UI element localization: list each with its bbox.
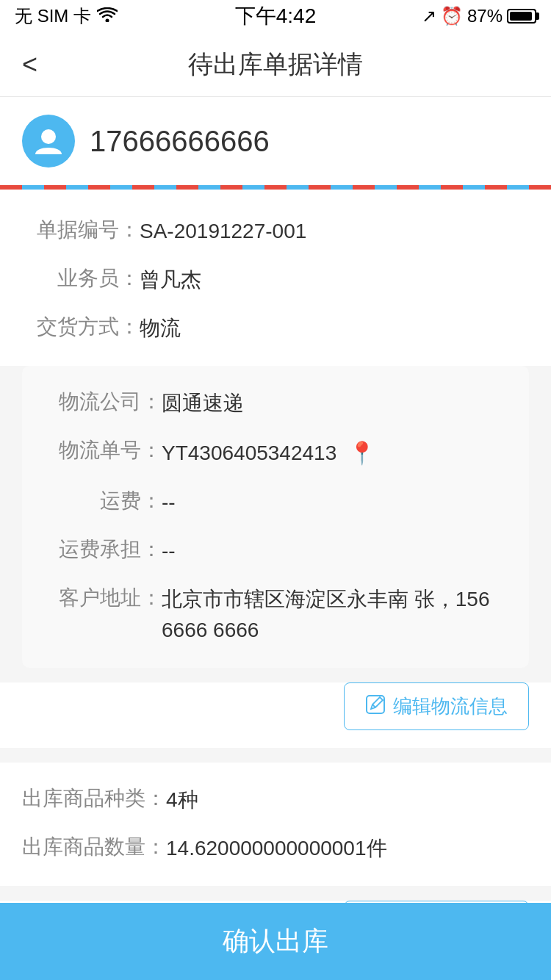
freight-bearer-row: 运费承担： --: [44, 536, 507, 566]
back-button[interactable]: <: [22, 42, 45, 87]
carrier-text: 无 SIM 卡: [15, 4, 91, 28]
customer-header: 17666666666: [0, 97, 551, 185]
sales-person-value: 曾凡杰: [140, 264, 529, 295]
confirm-btn-text: 确认出库: [223, 926, 328, 956]
avatar: [22, 115, 75, 167]
status-bar: 无 SIM 卡 下午4:42 ↗ ⏰ 87%: [0, 0, 551, 32]
status-right: ↗ ⏰ 87%: [422, 6, 536, 26]
order-number-row: 单据编号： SA-20191227-001: [22, 216, 529, 247]
order-number-label: 单据编号：: [22, 216, 140, 244]
customer-phone: 17666666666: [90, 125, 270, 158]
wifi-icon: [97, 6, 118, 26]
confirm-btn-container[interactable]: 确认出库: [0, 903, 551, 980]
product-type-label: 出库商品种类：: [22, 785, 166, 813]
page-title: 待出库单据详情: [188, 48, 363, 82]
address-label: 客户地址：: [44, 584, 162, 612]
delivery-method-label: 交货方式：: [22, 313, 140, 341]
delivery-method-value: 物流: [140, 313, 529, 344]
svg-point-1: [41, 129, 56, 144]
battery-icon: [507, 9, 536, 24]
freight-label: 运费：: [44, 487, 162, 515]
status-time: 下午4:42: [235, 2, 317, 30]
battery-percent: 87%: [467, 6, 503, 26]
tracking-location-icon[interactable]: 📍: [348, 436, 375, 469]
edit-icon: [365, 694, 386, 719]
svg-point-0: [106, 19, 109, 23]
sales-person-label: 业务员：: [22, 264, 140, 292]
logistics-company-row: 物流公司： 圆通速递: [44, 388, 507, 419]
delivery-method-row: 交货方式： 物流: [22, 313, 529, 344]
product-section: 出库商品种类： 4种 出库商品数量： 14.620000000000001件: [0, 763, 551, 886]
sales-person-row: 业务员： 曾凡杰: [22, 264, 529, 295]
product-quantity-label: 出库商品数量：: [22, 833, 166, 861]
tracking-number-label: 物流单号：: [44, 436, 162, 464]
nav-bar: < 待出库单据详情: [0, 32, 551, 97]
tracking-number-value: YT43064053424​13 📍: [162, 436, 507, 469]
freight-value: --: [162, 487, 507, 518]
edit-btn-row: 编辑物流信息: [0, 682, 551, 748]
status-left: 无 SIM 卡: [15, 4, 118, 28]
product-type-row: 出库商品种类： 4种: [22, 785, 529, 815]
product-quantity-row: 出库商品数量： 14.620000000000001件: [22, 833, 529, 864]
product-quantity-value: 14.620000000000001件: [166, 833, 529, 864]
basic-info-section: 单据编号： SA-20191227-001 业务员： 曾凡杰 交货方式： 物流: [0, 190, 551, 366]
address-row: 客户地址： 北京市市辖区海淀区永丰南 张，156 6666 6666: [44, 584, 507, 646]
logistics-section: 物流公司： 圆通速递 物流单号： YT43064053424​13 📍 运费： …: [22, 366, 529, 668]
product-type-value: 4种: [166, 785, 529, 815]
alarm-icon: ⏰: [441, 6, 463, 26]
logistics-company-value: 圆通速递: [162, 388, 507, 419]
tracking-number-row: 物流单号： YT43064053424​13 📍: [44, 436, 507, 469]
freight-row: 运费： --: [44, 487, 507, 518]
location-status-icon: ↗: [422, 6, 436, 26]
order-number-value: SA-20191227-001: [140, 216, 529, 247]
logistics-company-label: 物流公司：: [44, 388, 162, 416]
section-divider-1: [0, 748, 551, 763]
freight-bearer-label: 运费承担：: [44, 536, 162, 563]
address-value: 北京市市辖区海淀区永丰南 张，156 6666 6666: [162, 584, 507, 646]
edit-logistics-label: 编辑物流信息: [393, 693, 508, 719]
edit-logistics-button[interactable]: 编辑物流信息: [344, 682, 529, 730]
freight-bearer-value: --: [162, 536, 507, 566]
